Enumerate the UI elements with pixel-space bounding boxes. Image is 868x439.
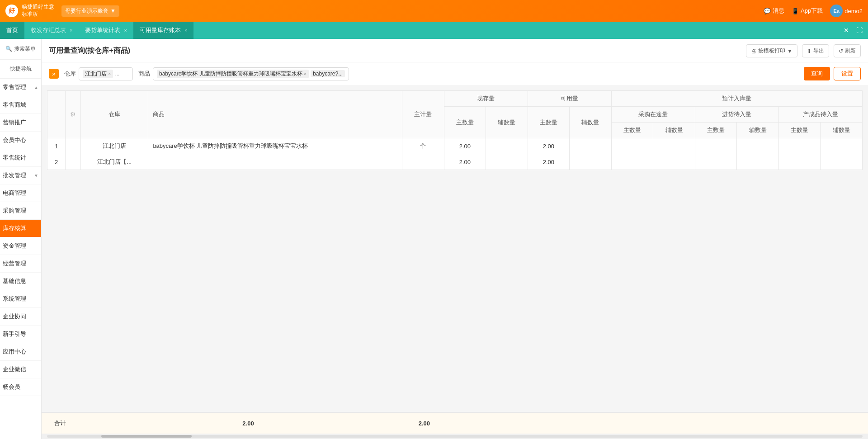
tab-close-order[interactable]: × xyxy=(124,28,127,33)
inventory-table: ⚙ 仓库 商品 主计量 现存量 可用量 预计入库量 主数量 辅数量 主数量 辅数… xyxy=(47,90,863,170)
total-purchase-main xyxy=(539,416,593,430)
header-left: 好 畅捷通好生意 标准版 母婴行业演示账套 ▼ xyxy=(5,4,119,18)
sidebar: 🔍 搜索菜单 快捷导航 零售管理 ▲ 零售商城 营销推广 会员中心 零售统计 批… xyxy=(0,39,42,439)
sidebar-item-new-guide[interactable]: 新手引导 xyxy=(0,326,41,343)
cell-unit xyxy=(402,154,444,170)
sidebar-item-app-center[interactable]: 应用中心 xyxy=(0,343,41,361)
cell-purchase-aux xyxy=(653,138,695,154)
cell-stock-aux xyxy=(486,138,528,154)
tab-home[interactable]: 首页 xyxy=(0,22,24,39)
warehouse-more-icon[interactable]: ... xyxy=(115,71,119,77)
th-stock-main: 主数量 xyxy=(444,107,486,138)
sidebar-item-sys-mgmt[interactable]: 系统管理 xyxy=(0,290,41,308)
sidebar-item-ecommerce[interactable]: 电商管理 xyxy=(0,184,41,202)
th-product: 商品 xyxy=(148,91,402,138)
cell-production-main xyxy=(778,154,821,170)
chevron-down-icon: ▼ xyxy=(110,8,116,14)
app-download-button[interactable]: 📱 App下载 xyxy=(792,7,823,15)
table-footer: 合计 2.00 2.00 xyxy=(42,412,868,434)
product-tag-1-close[interactable]: × xyxy=(304,71,307,76)
quick-nav-item[interactable]: 快捷导航 xyxy=(0,61,41,76)
expand-icon[interactable]: ⛶ xyxy=(854,25,864,36)
th-settings: ⚙ xyxy=(66,91,81,138)
th-production-group: 产成品待入量 xyxy=(778,107,862,123)
sidebar-item-inventory-check[interactable]: 库存核算 xyxy=(0,220,41,237)
sidebar-item-member2[interactable]: 畅会员 xyxy=(0,378,41,396)
warehouse-input[interactable]: 江北门店 × ... xyxy=(79,67,133,80)
tab-receive[interactable]: 收发存汇总表 × xyxy=(24,22,79,39)
table-area: ⚙ 仓库 商品 主计量 现存量 可用量 预计入库量 主数量 辅数量 主数量 辅数… xyxy=(42,85,868,412)
user-profile[interactable]: Ea demo2 xyxy=(830,5,863,17)
cell-purchase-main xyxy=(611,138,653,154)
total-row: 合计 2.00 2.00 xyxy=(47,416,863,430)
cell-product: babycare学饮杯 儿童防摔防撞吸管杯重力球吸嘴杯宝宝水杯 xyxy=(148,138,402,154)
scroll-thumb[interactable] xyxy=(101,435,192,438)
cell-avail-main: 2.00 xyxy=(528,154,570,170)
sidebar-item-wholesale[interactable]: 批发管理 ▼ xyxy=(0,167,41,184)
main-layout: 🔍 搜索菜单 快捷导航 零售管理 ▲ 零售商城 营销推广 会员中心 零售统计 批… xyxy=(0,39,868,439)
th-stock-aux: 辅数量 xyxy=(486,107,528,138)
page-header: 可用量查询(按仓库+商品) 🖨 按模板打印 ▼ ⬆ 导出 ↺ 刷新 xyxy=(42,39,868,62)
tab-inventory[interactable]: 可用量库存账本 × xyxy=(133,22,193,39)
tab-close-receive[interactable]: × xyxy=(70,28,72,33)
sidebar-item-purchase[interactable]: 采购管理 xyxy=(0,202,41,220)
cell-purchase-aux xyxy=(653,154,695,170)
refresh-button[interactable]: ↺ 刷新 xyxy=(834,44,861,57)
export-button[interactable]: ⬆ 导出 xyxy=(802,44,829,57)
th-purchase-in-group: 采购在途量 xyxy=(611,107,695,123)
total-inbound-main xyxy=(647,416,701,430)
cell-avail-aux xyxy=(570,154,612,170)
product-label: 商品 xyxy=(138,70,150,78)
print-button[interactable]: 🖨 按模板打印 ▼ xyxy=(746,44,797,57)
th-inbound-main: 主数量 xyxy=(695,123,737,138)
column-settings-icon[interactable]: ⚙ xyxy=(70,111,76,118)
sidebar-item-finance[interactable]: 资金管理 xyxy=(0,237,41,255)
sidebar-item-member[interactable]: 会员中心 xyxy=(0,132,41,149)
cell-warehouse: 江北门店 xyxy=(81,138,148,154)
warehouse-tag-close[interactable]: × xyxy=(108,71,111,76)
industry-selector[interactable]: 母婴行业演示账套 ▼ xyxy=(61,5,119,17)
th-purchase-main: 主数量 xyxy=(611,123,653,138)
settings-button[interactable]: 设置 xyxy=(834,67,861,80)
th-production-main: 主数量 xyxy=(778,123,821,138)
th-stock-group: 现存量 xyxy=(444,91,528,107)
sidebar-item-enterprise[interactable]: 企业协同 xyxy=(0,308,41,326)
sidebar-item-enterprise-wechat[interactable]: 企业微信 xyxy=(0,361,41,378)
tab-bar: 首页 收发存汇总表 × 要货单统计表 × 可用量库存账本 × ✕ ⛶ xyxy=(0,22,868,39)
table-row: 1 江北门店 babycare学饮杯 儿童防摔防撞吸管杯重力球吸嘴杯宝宝水杯 个… xyxy=(47,138,863,154)
cell-avail-aux xyxy=(570,138,612,154)
search-menu-button[interactable]: 🔍 搜索菜单 xyxy=(4,43,38,55)
table-row: 2 江北门店【... 2.00 2.00 xyxy=(47,154,863,170)
horizontal-scrollbar[interactable] xyxy=(42,434,868,439)
sidebar-item-retail-stats[interactable]: 零售统计 xyxy=(0,149,41,167)
cell-unit: 个 xyxy=(402,138,444,154)
tab-order[interactable]: 要货单统计表 × xyxy=(79,22,133,39)
total-production-main xyxy=(755,416,809,430)
sidebar-item-retail-mgmt[interactable]: 零售管理 ▲ xyxy=(0,79,41,96)
query-button[interactable]: 查询 xyxy=(804,67,830,80)
header-right: 💬 消息 📱 App下载 Ea demo2 xyxy=(764,5,863,17)
th-inbound-group: 进货待入量 xyxy=(695,107,778,123)
sidebar-item-ops[interactable]: 经营管理 xyxy=(0,255,41,273)
tab-close-inventory[interactable]: × xyxy=(184,28,187,33)
th-planned-group: 预计入库量 xyxy=(611,91,862,107)
cell-production-aux xyxy=(821,154,863,170)
sidebar-item-basic-info[interactable]: 基础信息 xyxy=(0,273,41,290)
product-input[interactable]: babycare学饮杯 儿童防摔防撞吸管杯重力球吸嘴杯宝宝水杯 × babyca… xyxy=(153,67,349,80)
cell-index: 2 xyxy=(47,154,66,170)
sidebar-item-retail-mall[interactable]: 零售商城 xyxy=(0,96,41,114)
close-window-icon[interactable]: ✕ xyxy=(842,25,851,36)
message-button[interactable]: 💬 消息 xyxy=(764,7,784,15)
total-inbound-aux xyxy=(701,416,755,430)
scroll-track[interactable] xyxy=(47,435,863,438)
total-stock-main: 2.00 xyxy=(187,416,309,430)
th-available-group: 可用量 xyxy=(528,91,611,107)
th-purchase-aux: 辅数量 xyxy=(653,123,695,138)
print-icon: 🖨 xyxy=(751,48,756,54)
filter-expand-button[interactable]: » xyxy=(49,69,59,79)
th-index xyxy=(47,91,66,138)
export-icon: ⬆ xyxy=(807,48,811,54)
avatar: Ea xyxy=(830,5,843,17)
filter-actions: 查询 设置 xyxy=(804,67,861,80)
sidebar-item-marketing[interactable]: 营销推广 xyxy=(0,114,41,132)
